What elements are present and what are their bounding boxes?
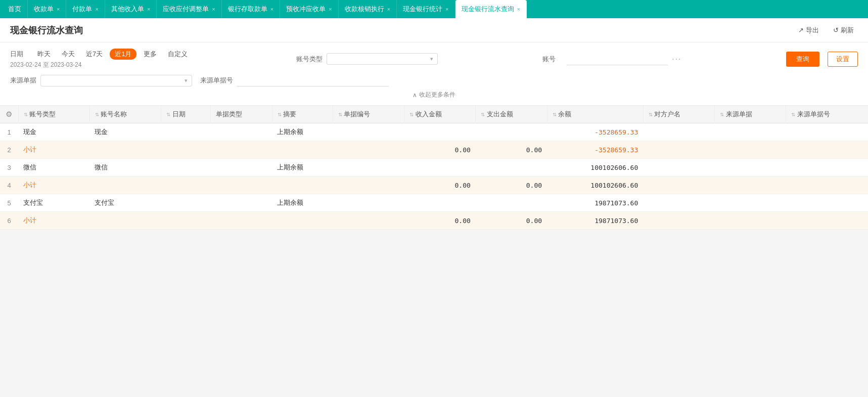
close-icon[interactable]: × xyxy=(517,6,520,12)
col-source-doc-no: ⇅ 来源单据号 xyxy=(786,106,868,123)
row-balance: 100102606.60 xyxy=(547,177,643,194)
row-source-doc xyxy=(715,123,786,141)
table-row: 4 小计 0.00 0.00 100102606.60 xyxy=(0,177,868,194)
settings-button[interactable]: 设置 xyxy=(828,52,858,67)
date-more[interactable]: 更多 xyxy=(140,49,161,60)
nav-ar-ap-adjust[interactable]: 应收应付调整单 × xyxy=(157,0,221,18)
close-icon[interactable]: × xyxy=(387,6,390,12)
nav-cash-bank-stats[interactable]: 现金银行统计 × xyxy=(397,0,455,18)
sort-icon[interactable]: ⇅ xyxy=(278,112,282,117)
close-icon[interactable]: × xyxy=(445,6,448,12)
row-expense xyxy=(476,194,547,212)
nav-bank-deposit[interactable]: 银行存取款单 × xyxy=(222,0,280,18)
row-counterpart xyxy=(643,159,714,177)
row-doc-type xyxy=(210,177,272,194)
sort-icon[interactable]: ⇅ xyxy=(481,112,485,117)
query-button[interactable]: 查询 xyxy=(786,52,819,67)
date-1month[interactable]: 近1月 xyxy=(110,49,136,60)
date-custom[interactable]: 自定义 xyxy=(164,49,192,60)
row-expense: 0.00 xyxy=(476,177,547,194)
table-row: 1 现金 现金 上期余额 -3528659.33 xyxy=(0,123,868,141)
row-doc-type xyxy=(210,212,272,230)
gear-icon[interactable]: ⚙ xyxy=(6,110,12,118)
account-type-select[interactable]: ▾ xyxy=(327,53,438,65)
refresh-icon: ↺ xyxy=(833,26,839,34)
row-account-type: 小计 xyxy=(18,212,89,230)
row-source-doc-no xyxy=(786,194,868,212)
row-date xyxy=(161,159,211,177)
sort-icon[interactable]: ⇅ xyxy=(720,112,724,117)
sort-icon[interactable]: ⇅ xyxy=(166,112,170,117)
date-filter-section: 日期 昨天 今天 近7天 近1月 更多 自定义 2023-02-24 至 202… xyxy=(10,49,192,69)
data-table: ⚙ ⇅ 账号类型 ⇅ 账号名称 ⇅ 日期 单据类型 ⇅ 摘要 xyxy=(0,106,868,230)
row-expense xyxy=(476,159,547,177)
row-no: 2 xyxy=(0,141,18,159)
close-icon[interactable]: × xyxy=(57,6,60,12)
row-account-name: 支付宝 xyxy=(89,194,161,212)
row-account-name: 现金 xyxy=(89,123,161,141)
table-row: 2 小计 0.00 0.00 -3528659.33 xyxy=(0,141,868,159)
table-row: 5 支付宝 支付宝 上期余额 19871073.60 xyxy=(0,194,868,212)
sort-icon[interactable]: ⇅ xyxy=(24,112,28,117)
account-input[interactable] xyxy=(567,53,668,65)
date-range-display: 2023-02-24 至 2023-03-24 xyxy=(10,61,192,69)
row-date xyxy=(161,194,211,212)
table-header-row: ⚙ ⇅ 账号类型 ⇅ 账号名称 ⇅ 日期 单据类型 ⇅ 摘要 xyxy=(0,106,868,123)
sort-icon[interactable]: ⇅ xyxy=(649,112,653,117)
sort-icon[interactable]: ⇅ xyxy=(553,112,557,117)
date-7days[interactable]: 近7天 xyxy=(82,49,107,60)
row-income xyxy=(404,159,476,177)
row-date xyxy=(161,141,211,159)
nav-receipt[interactable]: 收款单 × xyxy=(28,0,66,18)
row-summary xyxy=(272,141,333,159)
row-balance: 19871073.60 xyxy=(547,194,643,212)
sort-icon[interactable]: ⇅ xyxy=(791,112,795,117)
row-account-name: 微信 xyxy=(89,159,161,177)
row-summary: 上期余额 xyxy=(272,194,333,212)
account-more-icon[interactable]: ··· xyxy=(672,55,681,64)
row-account-name xyxy=(89,212,161,230)
close-icon[interactable]: × xyxy=(270,6,273,12)
nav-home[interactable]: 首页 xyxy=(2,0,28,18)
row-balance: 19871073.60 xyxy=(547,212,643,230)
row-counterpart xyxy=(643,194,714,212)
refresh-button[interactable]: ↺ 刷新 xyxy=(829,24,858,37)
export-button[interactable]: ↗ 导出 xyxy=(794,24,823,37)
source-doc-select[interactable]: ▾ xyxy=(40,75,192,86)
col-account-name: ⇅ 账号名称 xyxy=(89,106,161,123)
source-doc-label: 来源单据 xyxy=(10,76,36,85)
sort-icon[interactable]: ⇅ xyxy=(338,112,342,117)
col-doc-type: 单据类型 xyxy=(210,106,272,123)
row-no: 6 xyxy=(0,212,18,230)
row-income xyxy=(404,123,476,141)
date-yesterday[interactable]: 昨天 xyxy=(33,49,55,60)
date-today[interactable]: 今天 xyxy=(58,49,79,60)
close-icon[interactable]: × xyxy=(95,6,98,12)
nav-other-income[interactable]: 其他收入单 × xyxy=(105,0,157,18)
row-source-doc xyxy=(715,141,786,159)
row-balance: -3528659.33 xyxy=(547,123,643,141)
row-source-doc-no xyxy=(786,123,868,141)
header-actions: ↗ 导出 ↺ 刷新 xyxy=(794,24,858,37)
row-account-name xyxy=(89,177,161,194)
sort-icon[interactable]: ⇅ xyxy=(409,112,414,117)
account-label: 账号 xyxy=(542,55,563,64)
sort-icon[interactable]: ⇅ xyxy=(95,112,99,117)
nav-cash-bank-flow[interactable]: 现金银行流水查询 × xyxy=(455,0,527,18)
close-icon[interactable]: × xyxy=(147,6,150,12)
row-counterpart xyxy=(643,177,714,194)
close-icon[interactable]: × xyxy=(212,6,215,12)
row-balance: 100102606.60 xyxy=(547,159,643,177)
nav-payment[interactable]: 付款单 × xyxy=(66,0,105,18)
nav-collection-exec[interactable]: 收款核销执行 × xyxy=(339,0,397,18)
row-source-doc-no xyxy=(786,159,868,177)
account-type-filter: 账号类型 ▾ xyxy=(296,53,438,65)
close-icon[interactable]: × xyxy=(329,6,332,12)
col-summary: ⇅ 摘要 xyxy=(272,106,333,123)
row-doc-type xyxy=(210,141,272,159)
row-date xyxy=(161,177,211,194)
nav-advance-offset[interactable]: 预收冲应收单 × xyxy=(280,0,338,18)
source-doc-no-input[interactable] xyxy=(237,74,389,86)
collapse-bar[interactable]: ∧ 收起更多条件 xyxy=(10,91,858,99)
row-source-doc xyxy=(715,159,786,177)
